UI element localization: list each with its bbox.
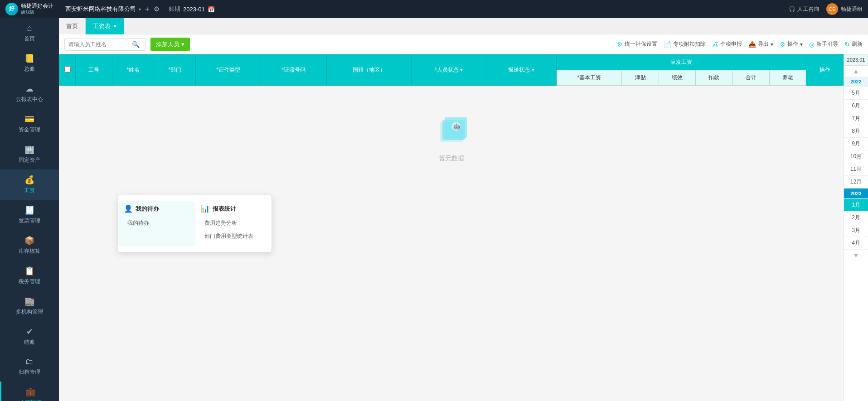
tax-report-icon: 🖨 <box>712 41 718 48</box>
sidebar-item-tax[interactable]: 📋 税务管理 <box>0 261 59 291</box>
popup-col-report-label: 报表统计 <box>213 205 236 213</box>
month-2022-10[interactable]: 10月 <box>844 150 868 163</box>
tax-label: 个税申报 <box>720 40 742 48</box>
sidebar-label-multi: 多机构管理 <box>16 308 43 316</box>
sidebar-item-invoice[interactable]: 🧾 发票管理 <box>0 200 59 230</box>
sidebar: ⌂ 首页 📒 总账 ☁ 云报表中心 💳 资金管理 🏢 固定资产 💰 工资 🧾 发… <box>0 18 59 401</box>
company-area[interactable]: 西安虾米网络科技有限公司 ▾ ＋ ⚙ <box>65 5 160 14</box>
period-calendar-icon[interactable]: 📅 <box>208 6 215 13</box>
export-btn[interactable]: 📤 导出 ▾ <box>748 40 773 48</box>
th-perf: 绩效 <box>659 70 695 86</box>
th-status[interactable]: *人员状态 ▾ <box>411 55 486 86</box>
consult-btn[interactable]: 🎧 人工咨询 <box>789 5 819 13</box>
month-2023-01[interactable]: 1月 <box>844 199 868 212</box>
tab-bar: 首页 工资表 × <box>59 18 868 34</box>
funds-icon: 💳 <box>24 114 34 124</box>
tab-salary-label: 工资表 <box>93 22 111 30</box>
sidebar-label-ledger: 总账 <box>24 65 35 73</box>
select-all-checkbox[interactable] <box>64 66 71 72</box>
sidebar-item-settle[interactable]: ✔ 结账 <box>0 321 59 352</box>
social-btn[interactable]: ⚙ 统一社保设置 <box>617 40 657 48</box>
month-2022-11[interactable]: 11月 <box>844 163 868 176</box>
operate-label: 操作 <box>787 40 798 48</box>
sidebar-item-assets[interactable]: 🏢 固定资产 <box>0 139 59 169</box>
user-area[interactable]: CE 畅捷通组 <box>826 3 863 15</box>
tab-home[interactable]: 首页 <box>59 18 86 34</box>
operate-icon: ⚙ <box>780 41 786 48</box>
period-value: 2023-01 <box>183 6 205 13</box>
sidebar-label-home: 首页 <box>24 35 35 43</box>
popup-menu: 👤 我的待办 我的待办 📊 报表统计 费用趋势分析 部门费用类型统计表 <box>118 195 272 252</box>
period-label: 账期 <box>169 5 180 13</box>
month-2022-07[interactable]: 7月 <box>844 112 868 125</box>
month-2022-06[interactable]: 6月 <box>844 100 868 112</box>
sidebar-item-archive[interactable]: 🗂 归档管理 <box>0 352 59 382</box>
month-2023-03[interactable]: 3月 <box>844 224 868 237</box>
popup-item-dept[interactable]: 部门费用类型统计表 <box>201 230 267 243</box>
sidebar-item-funds[interactable]: 💳 资金管理 <box>0 109 59 139</box>
sidebar-label-xiaochang: 小畅报销 <box>19 399 41 401</box>
period-area[interactable]: 账期 2023-01 📅 <box>169 5 215 13</box>
th-checkbox[interactable] <box>59 55 76 86</box>
th-send-status[interactable]: 报送状态 ▾ <box>486 55 557 86</box>
xiaochang-icon: 💼 <box>25 387 35 397</box>
svg-text:🤖: 🤖 <box>453 123 460 130</box>
social-icon: ⚙ <box>617 41 623 48</box>
th-idtype: *证件类型 <box>195 55 261 86</box>
operate-btn[interactable]: ⚙ 操作 ▾ <box>780 40 803 48</box>
toolbar: 🔍 添加人员 ▾ ⚙ 统一社保设置 📄 专项附加扣除 🖨 个税申报 <box>59 34 868 54</box>
empty-text: 暂无数据 <box>439 155 464 163</box>
sidebar-label-settle: 结账 <box>24 338 35 346</box>
sidebar-item-cloud[interactable]: ☁ 云报表中心 <box>0 78 59 109</box>
logo-sub: 旗舰版 <box>21 9 53 15</box>
month-panel-header: 2023.01 <box>844 54 868 66</box>
deduction-btn[interactable]: 📄 专项附加扣除 <box>664 40 706 48</box>
month-2023-04[interactable]: 4月 <box>844 237 868 250</box>
month-2022-09[interactable]: 9月 <box>844 138 868 150</box>
sidebar-item-inventory[interactable]: 📦 库存核算 <box>0 230 59 261</box>
sidebar-label-assets: 固定资产 <box>19 156 40 164</box>
month-nav-down[interactable]: ▼ <box>844 250 868 261</box>
month-2023-02[interactable]: 2月 <box>844 212 868 224</box>
tab-salary[interactable]: 工资表 × <box>86 18 124 34</box>
top-bar-actions: 🎧 人工咨询 CE 畅捷通组 <box>789 3 863 15</box>
sidebar-item-xiaochang[interactable]: 💼 小畅报销 ◀ <box>0 382 59 401</box>
sidebar-item-ledger[interactable]: 📒 总账 <box>0 48 59 78</box>
th-name: *姓名 <box>112 55 154 86</box>
month-2022-12[interactable]: 12月 <box>844 176 868 188</box>
company-settings-icon[interactable]: ⚙ <box>154 5 160 13</box>
th-idno: *证照号码 <box>261 55 327 86</box>
assets-icon: 🏢 <box>24 145 34 155</box>
salary-icon: 💰 <box>24 175 34 185</box>
add-person-dropdown-icon: ▾ <box>181 41 184 48</box>
tax-btn[interactable]: 🖨 个税申报 <box>712 40 742 48</box>
add-company-btn[interactable]: ＋ <box>144 5 151 14</box>
sidebar-item-multi[interactable]: 🏬 多机构管理 <box>0 291 59 321</box>
report-icon: 📊 <box>201 204 210 213</box>
company-name: 西安虾米网络科技有限公司 <box>65 5 136 13</box>
popup-col-todo-title: 👤 我的待办 <box>124 204 189 213</box>
search-wrap[interactable]: 🔍 <box>64 38 146 51</box>
month-nav-down-btn[interactable]: ▼ <box>852 251 861 259</box>
sidebar-label-invoice: 发票管理 <box>19 217 40 225</box>
popup-cols: 👤 我的待办 我的待办 📊 报表统计 费用趋势分析 部门费用类型统计表 <box>118 201 272 246</box>
add-person-btn[interactable]: 添加人员 ▾ <box>150 38 190 51</box>
month-2022-05[interactable]: 5月 <box>844 87 868 100</box>
sidebar-label-cloud: 云报表中心 <box>16 96 43 103</box>
popup-item-trend[interactable]: 费用趋势分析 <box>201 217 267 230</box>
company-dropdown-icon[interactable]: ▾ <box>139 7 141 12</box>
sidebar-label-archive: 归档管理 <box>19 368 40 376</box>
tab-salary-close[interactable]: × <box>113 23 116 29</box>
refresh-btn[interactable]: ↻ 刷新 <box>844 40 863 48</box>
month-nav-up-btn[interactable]: ▲ <box>852 68 861 75</box>
popup-item-mytodo[interactable]: 我的待办 <box>124 217 189 230</box>
tab-home-label: 首页 <box>66 22 78 30</box>
month-2022-08[interactable]: 8月 <box>844 125 868 138</box>
search-input[interactable] <box>68 41 132 48</box>
popup-col-report: 📊 报表统计 费用趋势分析 部门费用类型统计表 <box>195 201 272 246</box>
popup-col-report-title: 📊 报表统计 <box>201 204 267 213</box>
sidebar-item-salary[interactable]: 💰 工资 <box>0 169 59 200</box>
guide-btn[interactable]: ◎ 新手引导 <box>809 40 838 48</box>
sidebar-item-home[interactable]: ⌂ 首页 <box>0 18 59 48</box>
month-nav-up[interactable]: ▲ <box>844 66 868 77</box>
